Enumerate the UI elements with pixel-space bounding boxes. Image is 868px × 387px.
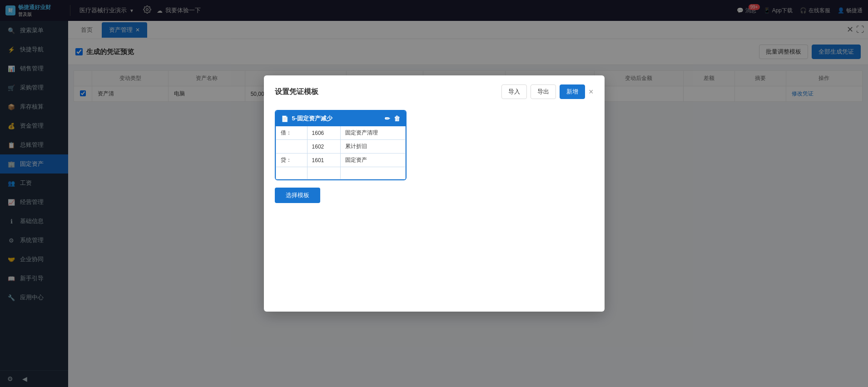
template-card-header: 📄 5-固定资产减少 ✏ 🗑: [276, 111, 406, 126]
template-name: 5-固定资产减少: [292, 114, 333, 123]
credit-code-1: 1601: [307, 154, 340, 167]
credit-name-1: 固定资产: [340, 154, 405, 167]
template-debit-row-1: 借： 1606 固定资产清理: [276, 126, 405, 140]
template-doc-icon: 📄: [281, 115, 288, 122]
debit-name-1: 固定资产清理: [340, 126, 405, 140]
template-delete-icon[interactable]: 🗑: [394, 115, 400, 122]
template-debit-row-2: 1602 累计折旧: [276, 140, 405, 154]
debit-type-2: [276, 140, 307, 154]
modal-body: 📄 5-固定资产减少 ✏ 🗑 借： 1606 固定资产清理: [264, 104, 605, 312]
modal-header-right: 导入 导出 新增 ×: [501, 84, 594, 99]
debit-name-2: 累计折旧: [340, 140, 405, 154]
template-card: 📄 5-固定资产减少 ✏ 🗑 借： 1606 固定资产清理: [275, 110, 407, 180]
select-template-button[interactable]: 选择模板: [275, 188, 320, 203]
export-button[interactable]: 导出: [531, 84, 556, 99]
import-button[interactable]: 导入: [501, 84, 527, 99]
modal-title: 设置凭证模板: [275, 87, 318, 97]
template-edit-icon[interactable]: ✏: [385, 115, 390, 122]
modal-close-button[interactable]: ×: [589, 87, 594, 97]
new-template-button[interactable]: 新增: [560, 84, 585, 99]
select-btn-wrap: 选择模板: [275, 188, 594, 203]
modal-overlay[interactable]: 设置凭证模板 导入 导出 新增 × 📄 5-固定资产减少 ✏ 🗑: [0, 0, 868, 387]
debit-code-2: 1602: [307, 140, 340, 154]
voucher-template-modal: 设置凭证模板 导入 导出 新增 × 📄 5-固定资产减少 ✏ 🗑: [264, 75, 605, 312]
template-entries-table: 借： 1606 固定资产清理 1602 累计折旧 贷： 1601 固定资产: [276, 126, 406, 179]
debit-type-1: 借：: [276, 126, 307, 140]
template-empty-row: [276, 167, 405, 179]
modal-header: 设置凭证模板 导入 导出 新增 ×: [264, 75, 605, 104]
credit-type-1: 贷：: [276, 154, 307, 167]
template-credit-row-1: 贷： 1601 固定资产: [276, 154, 405, 167]
debit-code-1: 1606: [307, 126, 340, 140]
